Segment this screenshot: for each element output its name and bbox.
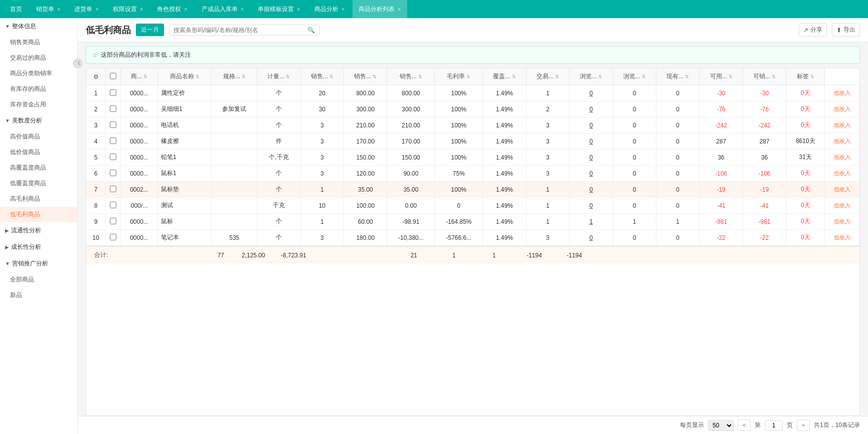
row-gross-rate: 1.49% <box>483 150 526 166</box>
sidebar-group-liquidity[interactable]: ▶ 流通性分析 <box>0 222 77 239</box>
sidebar-group-growth[interactable]: ▶ 成长性分析 <box>0 239 77 255</box>
nav-item-purchase[interactable]: 进货单 × <box>68 0 104 18</box>
row-checkbox-cell[interactable] <box>106 182 121 198</box>
col-stock[interactable]: 现有...⇅ <box>656 68 699 85</box>
row-amount: 300.00 <box>387 101 435 117</box>
row-checkbox-cell[interactable] <box>106 150 121 166</box>
col-avail[interactable]: 可用...⇅ <box>700 68 743 85</box>
row-checkbox-cell[interactable] <box>106 214 121 230</box>
sidebar-group-beauty[interactable]: ▼ 美数度分析 <box>0 112 77 129</box>
row-trade[interactable]: 0 <box>570 101 613 117</box>
row-sellable: 0天 <box>786 230 825 246</box>
per-page-select[interactable]: 50 20 100 <box>708 420 734 431</box>
nav-item-goods-analysis-list[interactable]: 商品分析列表 × <box>353 0 407 18</box>
sidebar-item-low-profit[interactable]: 低毛利商品 <box>0 207 77 222</box>
col-name[interactable]: 商品名称⇅ <box>158 68 212 85</box>
row-checkbox[interactable] <box>110 105 116 112</box>
sidebar-item-traded-goods[interactable]: 交易过的商品 <box>0 50 77 66</box>
footer-amount: -8,723.91 <box>273 252 313 259</box>
row-checkbox[interactable] <box>110 170 116 176</box>
col-price[interactable]: 销售...⇅ <box>344 68 387 85</box>
row-trade[interactable]: 0 <box>570 85 613 101</box>
row-checkbox-cell[interactable] <box>106 166 121 182</box>
col-spec[interactable]: 规格...⇅ <box>212 68 257 85</box>
row-checkbox[interactable] <box>110 121 116 128</box>
search-input[interactable] <box>173 27 307 34</box>
sidebar-group-overall[interactable]: ▼ 整体信息 <box>0 18 77 35</box>
next-page-btn[interactable]: ＞ <box>797 419 810 431</box>
nav-item-template[interactable]: 单据模板设置 × <box>252 0 306 18</box>
sidebar-item-low-coverage[interactable]: 低覆盖度商品 <box>0 176 77 191</box>
col-trade[interactable]: 交易...⇅ <box>526 68 569 85</box>
sidebar-collapse-btn[interactable]: 《 <box>73 58 83 68</box>
row-trade[interactable]: 0 <box>570 150 613 166</box>
filter-btn[interactable]: 近一月 <box>136 24 164 36</box>
nav-item-home[interactable]: 首页 <box>4 0 28 18</box>
row-trade[interactable]: 1 <box>570 214 613 230</box>
col-checkbox[interactable] <box>106 68 121 85</box>
nav-item-product-in[interactable]: 产成品入库单 × <box>196 0 250 18</box>
row-trade[interactable]: 0 <box>570 117 613 133</box>
sidebar-item-stock-capital[interactable]: 库存资金占用 <box>0 97 77 112</box>
row-checkbox-cell[interactable] <box>106 85 121 101</box>
sidebar-item-low-value[interactable]: 低价值商品 <box>0 144 77 160</box>
row-checkbox-cell[interactable] <box>106 101 121 117</box>
close-purchase-icon[interactable]: × <box>95 6 98 12</box>
row-checkbox[interactable] <box>110 234 116 240</box>
col-unit[interactable]: 计量...⇅ <box>257 68 300 85</box>
row-checkbox[interactable] <box>110 202 116 208</box>
row-checkbox-cell[interactable] <box>106 133 121 150</box>
nav-item-sales[interactable]: 销货单 × <box>30 0 66 18</box>
close-goods-list-icon[interactable]: × <box>398 6 401 12</box>
row-trade[interactable]: 0 <box>570 198 613 214</box>
sidebar-item-in-stock[interactable]: 有库存的商品 <box>0 81 77 97</box>
close-template-icon[interactable]: × <box>297 6 300 12</box>
search-icon[interactable]: 🔍 <box>307 27 315 34</box>
share-button[interactable]: ↗ 分享 <box>799 23 827 37</box>
col-qty[interactable]: 销售...⇅ <box>300 68 343 85</box>
col-gross[interactable]: 毛利率⇅ <box>435 68 483 85</box>
row-checkbox[interactable] <box>110 137 116 144</box>
close-sales-icon[interactable]: × <box>57 6 60 12</box>
sidebar-item-high-value[interactable]: 高价值商品 <box>0 129 77 144</box>
row-checkbox[interactable] <box>110 186 116 192</box>
row-checkbox[interactable] <box>110 89 116 96</box>
row-checkbox[interactable] <box>110 218 116 224</box>
row-trade[interactable]: 0 <box>570 182 613 198</box>
row-trade[interactable]: 0 <box>570 230 613 246</box>
row-checkbox-cell[interactable] <box>106 230 121 246</box>
sidebar-item-category-rate[interactable]: 商品分类助销率 <box>0 66 77 81</box>
export-button[interactable]: ⬆ 导出 <box>832 23 860 37</box>
select-all-checkbox[interactable] <box>110 73 116 79</box>
row-checkbox-cell[interactable] <box>106 117 121 133</box>
sidebar-item-high-coverage[interactable]: 高覆盖度商品 <box>0 160 77 176</box>
col-amount[interactable]: 销售...⇅ <box>387 68 435 85</box>
nav-item-permission[interactable]: 权限设置 × <box>107 0 149 18</box>
sidebar-item-sales-goods[interactable]: 销售类商品 <box>0 35 77 50</box>
nav-item-goods-analysis[interactable]: 商品分析 × <box>308 0 351 18</box>
sidebar-item-high-profit[interactable]: 高毛利商品 <box>0 191 77 207</box>
close-product-in-icon[interactable]: × <box>241 6 244 12</box>
row-checkbox[interactable] <box>110 154 116 160</box>
col-coverage[interactable]: 覆盖...⇅ <box>483 68 526 85</box>
nav-item-role[interactable]: 角色授权 × <box>151 0 193 18</box>
row-trade[interactable]: 0 <box>570 133 613 150</box>
sidebar-item-all-goods[interactable]: 全部商品 <box>0 272 77 287</box>
row-browse1: 0 <box>613 133 656 150</box>
col-browse2[interactable]: 浏览...⇅ <box>613 68 656 85</box>
close-role-icon[interactable]: × <box>184 6 187 12</box>
col-browse1[interactable]: 浏览...⇅ <box>570 68 613 85</box>
row-trade[interactable]: 0 <box>570 166 613 182</box>
col-sellable[interactable]: 可销...⇅ <box>743 68 786 85</box>
prev-page-btn[interactable]: ＜ <box>738 419 751 431</box>
row-checkbox-cell[interactable] <box>106 198 121 214</box>
col-tag[interactable]: 标签⇅ <box>786 68 825 85</box>
sidebar-group-marketing[interactable]: ▼ 营销推广分析 <box>0 255 77 272</box>
col-settings[interactable]: ⚙ <box>86 68 106 85</box>
close-permission-icon[interactable]: × <box>140 6 143 12</box>
page-number-input[interactable] <box>765 420 783 430</box>
sidebar-item-new-goods[interactable]: 新品 <box>0 287 77 303</box>
col-code[interactable]: 商...⇅ <box>121 68 158 85</box>
close-goods-analysis-icon[interactable]: × <box>341 6 344 12</box>
row-gross: 0 <box>435 198 483 214</box>
